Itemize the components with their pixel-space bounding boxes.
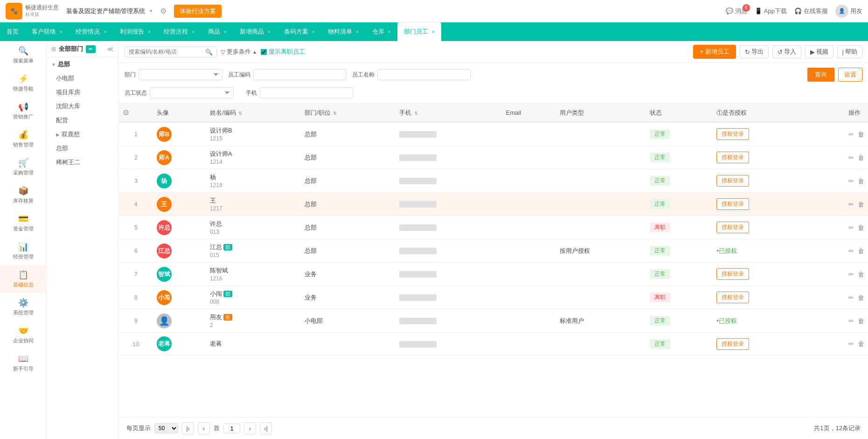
tab-barcode[interactable]: 条码方案×	[278, 22, 321, 41]
filter-status-select[interactable]	[150, 87, 234, 98]
edit-icon[interactable]: ✏	[848, 247, 854, 255]
search-input[interactable]	[129, 49, 203, 55]
cell-authorized[interactable]: 授权登录	[713, 122, 808, 146]
edit-icon[interactable]: ✏	[848, 224, 854, 231]
col-settings[interactable]: ⚙	[119, 104, 153, 122]
online-service-button[interactable]: 🎧 在线客服	[794, 7, 828, 15]
help-button[interactable]: | 帮助	[837, 45, 862, 58]
tab-goods[interactable]: 商品×	[201, 22, 233, 41]
sidebar-item-guide[interactable]: 📖 新手引导	[0, 349, 46, 377]
tab-close-employees[interactable]: ×	[432, 29, 435, 35]
tab-close-operations[interactable]: ×	[104, 29, 106, 35]
authorize-button[interactable]: 授权登录	[716, 222, 749, 233]
message-button[interactable]: 💬 消息 6	[726, 7, 747, 15]
tree-node-project[interactable]: 项目库房	[47, 85, 118, 99]
col-dept[interactable]: 部门/职位 ⇅	[301, 104, 396, 122]
edit-icon[interactable]: ✏	[848, 340, 854, 348]
tab-close-history[interactable]: ×	[192, 29, 194, 35]
tab-new-goods[interactable]: 新增商品×	[233, 22, 277, 41]
dropdown-arrow-icon[interactable]: ▾	[150, 8, 153, 14]
tab-employees[interactable]: 部门员工×	[397, 22, 441, 41]
cell-authorized[interactable]: 授权登录	[713, 146, 808, 169]
tab-warehouse[interactable]: 仓库×	[366, 22, 397, 41]
filter-emp-name-input[interactable]	[377, 69, 471, 80]
tab-home[interactable]: 首页	[0, 22, 25, 41]
cell-authorized[interactable]: •已授权	[713, 309, 808, 333]
query-button[interactable]: 查询	[807, 68, 834, 82]
tree-node-xiaodibu[interactable]: 小电部	[47, 71, 118, 85]
edit-icon[interactable]: ✏	[848, 154, 854, 161]
settings-gear-icon[interactable]: ⚙	[123, 109, 129, 117]
delete-icon[interactable]: 🗑	[858, 294, 864, 301]
next-page-button[interactable]: ›	[244, 422, 256, 434]
filter-dept-select[interactable]	[139, 69, 222, 80]
tree-node-zongbu[interactable]: 总部	[47, 141, 118, 155]
tab-close-new-goods[interactable]: ×	[268, 29, 271, 35]
authorize-button[interactable]: 授权登录	[716, 292, 749, 303]
filter-phone-input[interactable]	[260, 87, 353, 98]
authorize-button[interactable]: 授权登录	[716, 338, 749, 350]
sidebar-item-inventory[interactable]: 📦 库存核算	[0, 181, 46, 209]
delete-icon[interactable]: 🗑	[858, 224, 864, 231]
app-download-button[interactable]: 📱 App下载	[755, 7, 787, 15]
tree-node-head[interactable]: ▼ 总部	[47, 57, 118, 71]
sidebar-item-nav[interactable]: ⚡ 快捷导航	[0, 69, 46, 97]
tab-operations[interactable]: 经营情况×	[69, 22, 113, 41]
search-box[interactable]: 🔍	[125, 47, 217, 57]
delete-icon[interactable]: 🗑	[858, 154, 864, 161]
tree-node-shuanglu[interactable]: ▶ 双鹿想	[47, 127, 118, 141]
per-page-select[interactable]: 50 100	[154, 423, 178, 433]
edit-icon[interactable]: ✏	[848, 201, 854, 208]
show-resigned-checkbox[interactable]: 显示离职员工	[261, 48, 305, 56]
delete-icon[interactable]: 🗑	[858, 177, 864, 185]
tab-bom[interactable]: 物料清单×	[321, 22, 365, 41]
tab-close-barcode[interactable]: ×	[312, 29, 315, 35]
trial-button[interactable]: 体验行业方案	[174, 5, 222, 18]
import-button[interactable]: ↺ 导入	[772, 45, 801, 58]
gear-icon[interactable]: ⚙	[160, 7, 167, 15]
tab-close-customers[interactable]: ×	[60, 29, 62, 35]
edit-icon[interactable]: ✏	[848, 177, 854, 185]
cell-authorized[interactable]: 授权登录	[713, 169, 808, 193]
tree-node-distribution[interactable]: 配货	[47, 113, 118, 127]
tree-node-xishu[interactable]: 稀树王二	[47, 155, 118, 169]
authorize-button[interactable]: 授权登录	[716, 198, 749, 210]
edit-icon[interactable]: ✏	[848, 317, 854, 325]
tree-node-shenyang[interactable]: 沈阳大库	[47, 99, 118, 113]
sidebar-item-search[interactable]: 🔍 搜索菜单	[0, 41, 46, 69]
delete-icon[interactable]: 🗑	[858, 317, 864, 325]
cell-authorized[interactable]: 授权登录	[713, 216, 808, 239]
authorize-button[interactable]: 授权登录	[716, 128, 749, 140]
cell-authorized[interactable]: 授权登录	[713, 333, 808, 355]
show-resigned-input[interactable]	[261, 49, 267, 55]
sidebar-item-operations[interactable]: 📊 经营管理	[0, 237, 46, 265]
add-employee-button[interactable]: + 新增员工	[693, 45, 736, 59]
page-number-input[interactable]	[223, 424, 240, 433]
col-phone[interactable]: 手机 ⇅	[396, 104, 502, 122]
sidebar-item-purchase[interactable]: 🛒 采购管理	[0, 153, 46, 181]
tab-close-bom[interactable]: ×	[356, 29, 359, 35]
edit-icon[interactable]: ✏	[848, 131, 854, 138]
tab-profit[interactable]: 利润报告×	[113, 22, 157, 41]
delete-icon[interactable]: 🗑	[858, 271, 864, 278]
dept-edit-button[interactable]: ✏	[86, 45, 96, 53]
settings-button[interactable]: 设置	[838, 68, 862, 82]
tab-customers[interactable]: 客户联络×	[25, 22, 69, 41]
tab-close-warehouse[interactable]: ×	[388, 29, 391, 35]
authorize-button[interactable]: 授权登录	[716, 175, 749, 187]
cell-authorized[interactable]: 授权登录	[713, 286, 808, 309]
cell-authorized[interactable]: 授权登录	[713, 263, 808, 286]
edit-icon[interactable]: ✏	[848, 294, 854, 301]
sidebar-item-basic[interactable]: 📋 基础信息	[0, 265, 46, 293]
tab-history[interactable]: 经营历程×	[157, 22, 201, 41]
authorize-button[interactable]: 授权登录	[716, 268, 749, 280]
filter-more-button[interactable]: ▽ 更多条件 ▲	[221, 48, 257, 56]
filter-emp-code-input[interactable]	[253, 69, 347, 80]
cell-authorized[interactable]: 授权登录	[713, 193, 808, 216]
first-page-button[interactable]: |‹	[182, 422, 194, 434]
edit-icon[interactable]: ✏	[848, 271, 854, 278]
sidebar-item-collab[interactable]: 🤝 企业协同	[0, 321, 46, 349]
tab-close-profit[interactable]: ×	[148, 29, 151, 35]
authorize-button[interactable]: 授权登录	[716, 152, 749, 163]
sidebar-item-marketing[interactable]: 📢 营销推广	[0, 97, 46, 125]
